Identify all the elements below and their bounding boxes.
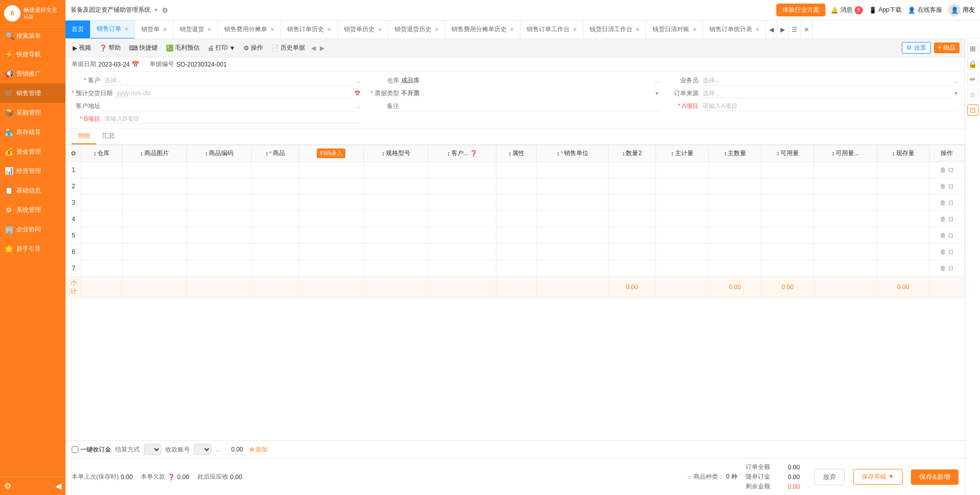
- tab-order-workbench[interactable]: 销售订单工作台 ✕: [520, 20, 583, 39]
- table-cell[interactable]: [299, 162, 363, 178]
- tab-sales-invoice-close[interactable]: ✕: [163, 27, 167, 32]
- address-more-icon[interactable]: ...: [356, 103, 360, 109]
- sidebar-item-sales[interactable]: 🛒 销售管理: [0, 83, 66, 103]
- tab-sales-invoice[interactable]: 销货单 ✕: [135, 20, 173, 39]
- sidebar-item-marketing[interactable]: 📢 营销推广: [0, 64, 66, 83]
- sidebar-item-inventory[interactable]: 🏪 库存核算: [0, 122, 66, 142]
- table-cell[interactable]: [363, 244, 428, 260]
- copy-icon[interactable]: ⊡: [948, 265, 953, 272]
- sidebar-item-operations[interactable]: 📊 经营管理: [0, 161, 66, 181]
- toolbar-history[interactable]: 📄 历史单据: [269, 44, 307, 52]
- table-cell[interactable]: [187, 260, 251, 276]
- th-spec[interactable]: ↕ 规格型号: [363, 145, 428, 162]
- table-cell[interactable]: [187, 244, 251, 260]
- table-cell[interactable]: [81, 260, 122, 276]
- customer-input[interactable]: [102, 76, 354, 85]
- copy-icon[interactable]: ⊡: [948, 199, 953, 206]
- table-cell[interactable]: [496, 260, 537, 276]
- bank-ellipsis-icon[interactable]: ...: [215, 446, 221, 453]
- table-cell[interactable]: [537, 195, 608, 211]
- table-cell[interactable]: [299, 195, 363, 211]
- customer-more-icon[interactable]: ...: [356, 78, 360, 83]
- table-cell[interactable]: [496, 244, 537, 260]
- copy-icon[interactable]: ⊡: [948, 216, 953, 223]
- table-cell[interactable]: [122, 178, 186, 195]
- tab-returns-history-close[interactable]: ✕: [434, 27, 439, 32]
- add-button[interactable]: ⊕ 添加: [249, 445, 268, 454]
- table-cell[interactable]: [122, 162, 186, 178]
- table-cell[interactable]: [251, 178, 299, 195]
- tab-returns[interactable]: 销货退货 ✕: [173, 20, 218, 39]
- table-cell[interactable]: [81, 195, 122, 211]
- sidebar-collapse-icon[interactable]: ◀: [55, 481, 61, 491]
- table-cell[interactable]: [428, 211, 496, 227]
- order-source-input[interactable]: [701, 89, 951, 98]
- table-cell[interactable]: [187, 227, 251, 244]
- save-new-button[interactable]: 保存&新增: [911, 469, 959, 485]
- warehouse-more-icon[interactable]: ...: [655, 78, 659, 83]
- scan-button[interactable]: 扫码录入: [317, 148, 345, 158]
- table-cell[interactable]: [428, 260, 496, 276]
- tab-fee-split-close[interactable]: ✕: [270, 27, 274, 32]
- table-cell[interactable]: [363, 260, 428, 276]
- notification-item[interactable]: 🔔 消息 8: [831, 6, 863, 14]
- tab-invoice-history[interactable]: 销货单历史 ✕: [338, 20, 388, 39]
- table-cell[interactable]: [187, 195, 251, 211]
- table-cell[interactable]: [299, 260, 363, 276]
- tab-menu-btn[interactable]: ☰: [789, 20, 801, 39]
- table-cell[interactable]: [537, 211, 608, 227]
- salesperson-input[interactable]: [701, 76, 952, 85]
- settings-button[interactable]: ⚙ 设置: [902, 42, 930, 54]
- copy-icon[interactable]: ⊡: [948, 248, 953, 255]
- tab-next-btn[interactable]: ▶: [777, 20, 789, 39]
- th-stock[interactable]: ↕ 现存量: [877, 145, 929, 162]
- table-cell[interactable]: [81, 162, 122, 178]
- delete-icon[interactable]: 🗑: [940, 199, 946, 206]
- payment-method-select[interactable]: [144, 444, 161, 455]
- tab-daily-reconcile-close[interactable]: ✕: [692, 27, 696, 32]
- toolbar-shortcut[interactable]: ⌨ 快捷键: [127, 44, 160, 52]
- sidebar-settings-icon[interactable]: ⚙: [4, 481, 11, 491]
- app-download-item[interactable]: 📱 App下载: [869, 6, 902, 14]
- table-cell[interactable]: [81, 178, 122, 195]
- copy-icon[interactable]: ⊡: [948, 232, 953, 239]
- delivery-date-input[interactable]: [115, 89, 352, 98]
- invoice-type-arrow-icon[interactable]: ▼: [655, 91, 660, 96]
- table-cell[interactable]: [251, 211, 299, 227]
- delete-icon[interactable]: 🗑: [940, 216, 946, 223]
- table-cell[interactable]: [122, 195, 186, 211]
- toolbar-nav-left[interactable]: ◀: [311, 45, 316, 52]
- table-cell[interactable]: [363, 211, 428, 227]
- table-cell[interactable]: [496, 211, 537, 227]
- th-settings[interactable]: ⚙: [66, 145, 81, 162]
- table-cell[interactable]: [496, 227, 537, 244]
- table-cell[interactable]: [428, 227, 496, 244]
- table-cell[interactable]: [251, 260, 299, 276]
- table-cell[interactable]: [81, 244, 122, 260]
- table-cell[interactable]: [299, 178, 363, 195]
- table-cell[interactable]: [496, 178, 537, 195]
- tab-order-history-close[interactable]: ✕: [327, 27, 331, 32]
- right-edit-icon[interactable]: ✏: [967, 74, 978, 85]
- tab-sales-order-close[interactable]: ✕: [124, 26, 128, 32]
- table-cell[interactable]: [299, 211, 363, 227]
- th-product-img[interactable]: ↕ 商品图片: [122, 145, 186, 162]
- sidebar-item-purchase[interactable]: 📦 采购管理: [0, 103, 66, 122]
- right-lock-icon[interactable]: 🔒: [967, 58, 978, 70]
- quick-checkout-check[interactable]: [72, 446, 78, 453]
- table-cell[interactable]: [187, 178, 251, 195]
- table-cell[interactable]: [363, 195, 428, 211]
- table-cell[interactable]: [251, 244, 299, 260]
- discard-button[interactable]: 放弃: [814, 469, 845, 485]
- th-warehouse[interactable]: ↕ 仓库: [81, 145, 122, 162]
- table-cell[interactable]: [428, 244, 496, 260]
- calendar-icon[interactable]: 📅: [132, 61, 139, 68]
- toolbar-nav-right[interactable]: ▶: [320, 45, 324, 52]
- tab-order-workbench-close[interactable]: ✕: [573, 27, 577, 32]
- tab-daily-reconcile[interactable]: 钱货日清对账 ✕: [646, 20, 703, 39]
- table-cell[interactable]: [363, 162, 428, 178]
- tab-invoice-history-close[interactable]: ✕: [378, 27, 382, 32]
- a-project-input[interactable]: [701, 101, 959, 111]
- th-product-code[interactable]: ↕ 商品编码: [187, 145, 251, 162]
- sidebar-item-system[interactable]: ⚙ 系统管理: [0, 200, 66, 220]
